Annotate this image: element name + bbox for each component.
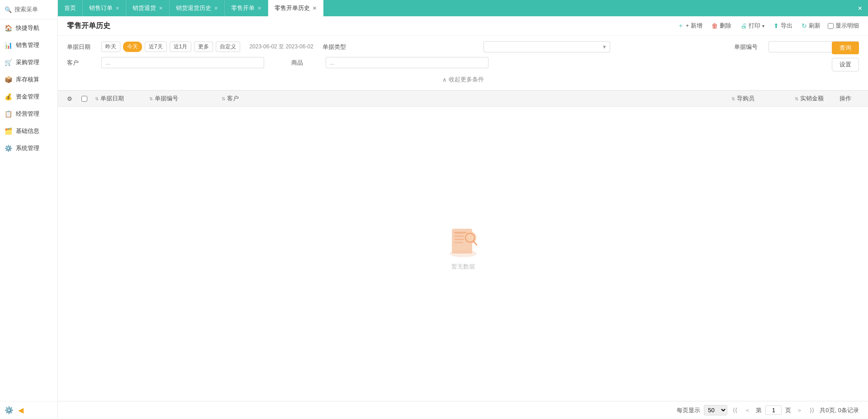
- date-options: 昨天 今天 近7天 近1月 更多 自定义: [101, 42, 240, 52]
- sidebar-item-label-finance: 资金管理: [16, 93, 39, 101]
- export-icon: ⬆: [773, 22, 779, 29]
- toolbar: ＋ + 新增 🗑 删除 🖨 打印 ▾ ⬆ 导出 ↻ 刷新 显示: [676, 21, 859, 31]
- delete-button[interactable]: 🗑 删除: [710, 21, 733, 31]
- sidebar-item-icon-inventory: 📦: [5, 76, 12, 83]
- th-action-label: 操作: [840, 94, 851, 103]
- tab-sales-return-history[interactable]: 销货退货历史✕: [170, 0, 225, 16]
- page-prev-btn[interactable]: ＜: [743, 405, 752, 415]
- page-first-btn[interactable]: ⟨⟨: [731, 406, 739, 414]
- date-more[interactable]: 更多: [194, 42, 213, 52]
- tab-label-sales-return: 销货退货: [133, 4, 156, 12]
- tab-sales-return[interactable]: 销货退货✕: [126, 0, 170, 16]
- sidebar-item-icon-purchase-mgmt: 🛒: [5, 59, 12, 66]
- collapse-label: 收起更多条件: [449, 75, 484, 84]
- per-page-label: 每页显示: [677, 406, 700, 414]
- th-settings[interactable]: ⚙: [62, 95, 77, 102]
- th-checkbox[interactable]: [77, 96, 91, 102]
- sidebar-bottom: ⚙️ ◀: [0, 401, 57, 419]
- page-input[interactable]: [765, 405, 782, 415]
- per-page-select[interactable]: 50 10 20 100: [704, 405, 727, 415]
- sidebar-item-system[interactable]: ⚙️系统管理: [0, 140, 57, 157]
- th-customer[interactable]: ⇅ 客户: [218, 94, 728, 103]
- print-dropdown-icon[interactable]: ▾: [762, 24, 764, 28]
- refresh-button[interactable]: ↻ 刷新: [800, 21, 822, 31]
- add-icon: ＋: [678, 22, 684, 30]
- sidebar-item-quick-nav[interactable]: 🏠快捷导航: [0, 19, 57, 37]
- tab-close-sales-return-history[interactable]: ✕: [214, 5, 218, 11]
- th-action: 操作: [827, 94, 863, 103]
- export-button[interactable]: ⬆ 导出: [772, 21, 794, 31]
- th-orderno-label: 单据编号: [155, 94, 178, 103]
- print-icon: 🖨: [740, 22, 747, 29]
- tab-label-sales-order: 销售订单: [89, 4, 113, 12]
- tab-retail-history[interactable]: 零售开单历史✕: [268, 0, 323, 16]
- settings-bottom-icon[interactable]: ⚙️: [5, 406, 14, 414]
- sidebar-item-purchase-mgmt[interactable]: 🛒采购管理: [0, 54, 57, 71]
- tab-label-sales-return-history: 销货退货历史: [176, 4, 211, 12]
- refresh-icon: ↻: [802, 22, 807, 29]
- filter-area: 单据日期 昨天 今天 近7天 近1月 更多 自定义 2023-06-02 至 2…: [58, 36, 868, 90]
- sidebar-item-label-base-info: 基础信息: [16, 127, 39, 135]
- tab-close-retail-open[interactable]: ✕: [257, 5, 261, 11]
- tab-retail-open[interactable]: 零售开单✕: [225, 0, 268, 16]
- date-yesterday[interactable]: 昨天: [101, 42, 120, 52]
- delete-label: 删除: [720, 22, 731, 30]
- tab-sales-order[interactable]: 销售订单✕: [83, 0, 126, 16]
- tab-home[interactable]: 首页: [58, 0, 83, 16]
- tab-close-retail-history[interactable]: ✕: [313, 5, 317, 11]
- customer-placeholder: ...: [105, 59, 110, 66]
- th-orderno-sort-icon: ⇅: [149, 96, 153, 101]
- search-icon: 🔍: [5, 6, 12, 13]
- customer-select[interactable]: ...: [101, 57, 264, 68]
- sidebar-search[interactable]: 🔍 搜索采单: [0, 0, 57, 19]
- show-detail-checkbox[interactable]: [828, 23, 834, 29]
- date-today[interactable]: 今天: [123, 42, 142, 52]
- page-last-btn[interactable]: ⟩⟩: [808, 406, 816, 414]
- order-no-label: 单据编号: [734, 43, 759, 51]
- page-next-btn[interactable]: ＞: [795, 405, 804, 415]
- sidebar-item-inventory[interactable]: 📦库存核算: [0, 71, 57, 88]
- main-area: 首页销售订单✕销货退货✕销货退货历史✕零售开单✕零售开单历史✕ ✕ 零售开单历史…: [58, 0, 868, 419]
- sidebar: 🔍 搜索采单 🏠快捷导航📊销售管理🛒采购管理📦库存核算💰资金管理📋经营管理🗂️基…: [0, 0, 58, 419]
- select-all-checkbox[interactable]: [81, 96, 87, 102]
- sidebar-item-label-operations: 经营管理: [16, 110, 39, 118]
- sidebar-item-finance[interactable]: 💰资金管理: [0, 88, 57, 105]
- th-customer-sort-icon: ⇅: [222, 96, 225, 101]
- print-label: 打印: [749, 22, 760, 30]
- date-7days[interactable]: 近7天: [145, 42, 167, 52]
- sidebar-item-label-sales-mgmt: 销售管理: [16, 41, 39, 49]
- sidebar-item-base-info[interactable]: 🗂️基础信息: [0, 122, 57, 140]
- add-button[interactable]: ＋ + 新增: [676, 21, 704, 31]
- collapse-icon[interactable]: ◀: [18, 406, 24, 414]
- th-order-no[interactable]: ⇅ 单据编号: [146, 94, 218, 103]
- query-button[interactable]: 查询: [832, 42, 859, 54]
- date-custom[interactable]: 自定义: [216, 42, 240, 52]
- tab-close-sales-return[interactable]: ✕: [159, 5, 163, 11]
- date-filter-label: 单据日期: [67, 43, 92, 51]
- sidebar-search-label: 搜索采单: [14, 5, 38, 14]
- query-area: 查询 设置: [832, 42, 859, 71]
- show-detail-toggle[interactable]: 显示明细: [828, 22, 859, 30]
- sidebar-item-operations[interactable]: 📋经营管理: [0, 105, 57, 122]
- window-close-icon[interactable]: ✕: [858, 5, 863, 12]
- sidebar-item-sales-mgmt[interactable]: 📊销售管理: [0, 37, 57, 54]
- goods-select[interactable]: ...: [326, 57, 489, 68]
- pagination-bar: 每页显示 50 10 20 100 ⟨⟨ ＜ 第 页 ＞ ⟩⟩ 共0页, 0条记…: [58, 401, 868, 419]
- sidebar-item-icon-operations: 📋: [5, 110, 12, 118]
- print-button[interactable]: 🖨 打印 ▾: [739, 21, 766, 31]
- page-label-prefix: 第: [756, 406, 762, 414]
- date-range-display: 2023-06-02 至 2023-06-02: [249, 43, 313, 51]
- th-amount-label: 实销金额: [800, 94, 824, 103]
- customer-label: 客户: [67, 59, 92, 67]
- settings-button[interactable]: 设置: [832, 58, 859, 71]
- date-1month[interactable]: 近1月: [170, 42, 192, 52]
- svg-rect-5: [454, 242, 463, 243]
- refresh-label: 刷新: [809, 22, 821, 30]
- th-date[interactable]: ⇅ 单据日期: [91, 94, 146, 103]
- th-amount[interactable]: ⇅ 实销金额: [773, 94, 827, 103]
- collapse-bar[interactable]: ∧ 收起更多条件: [67, 73, 859, 85]
- tab-close-sales-order[interactable]: ✕: [115, 5, 119, 11]
- th-guide[interactable]: ⇅ 导购员: [728, 94, 773, 103]
- order-type-select[interactable]: ▾: [484, 41, 610, 52]
- total-info: 共0页, 0条记录: [820, 406, 859, 414]
